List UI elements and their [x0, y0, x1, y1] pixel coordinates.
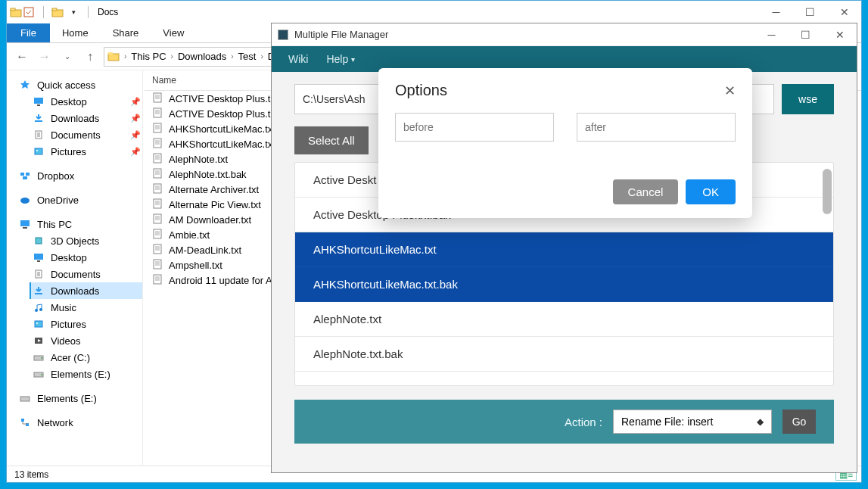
- nav-recent-dropdown[interactable]: ⌄: [58, 48, 76, 66]
- ribbon-share-tab[interactable]: Share: [101, 23, 151, 42]
- svg-point-28: [36, 322, 38, 324]
- nav-label: Desktop: [51, 96, 87, 107]
- svg-point-32: [41, 357, 42, 359]
- select-all-button[interactable]: Select All: [294, 126, 369, 154]
- svg-rect-50: [154, 275, 161, 284]
- svg-rect-14: [20, 173, 24, 176]
- chevron-right-icon[interactable]: ›: [123, 52, 128, 61]
- ribbon-file-tab[interactable]: File: [7, 23, 50, 42]
- documents-icon: [33, 268, 45, 280]
- action-select[interactable]: Rename File: insert ◆: [613, 410, 772, 434]
- text-file-icon: [152, 259, 164, 271]
- 3d-icon: [33, 235, 45, 247]
- desktop-icon: [33, 95, 45, 107]
- qat-dropdown-icon[interactable]: ▾: [67, 5, 80, 19]
- app-list-row[interactable]: AHKShortcutLikeMac.txt: [295, 232, 833, 267]
- nav-up-button[interactable]: ↑: [81, 48, 99, 66]
- nav-network[interactable]: Network: [17, 414, 142, 431]
- nav-quick-access[interactable]: Quick access: [17, 76, 142, 93]
- app-close-button[interactable]: ✕: [823, 23, 857, 46]
- nav-label: Downloads: [51, 285, 99, 297]
- menu-wiki[interactable]: Wiki: [288, 53, 308, 65]
- separator: [43, 6, 44, 18]
- qat-properties-icon[interactable]: [22, 5, 36, 19]
- nav-pc-item[interactable]: Downloads: [30, 282, 142, 299]
- app-maximize-button[interactable]: ☐: [789, 23, 823, 46]
- folder-icon: [10, 6, 22, 18]
- app-minimize-button[interactable]: ─: [754, 23, 789, 46]
- browse-button[interactable]: wse: [782, 84, 834, 114]
- scrollbar-thumb[interactable]: [823, 169, 832, 214]
- file-name: ACTIVE Desktop Plus.txt: [169, 93, 278, 104]
- ribbon-view-tab[interactable]: View: [151, 23, 196, 42]
- svg-rect-41: [154, 139, 161, 148]
- close-button[interactable]: ✕: [827, 1, 861, 23]
- explorer-titlebar[interactable]: ▾ Docs ─ ☐ ✕: [7, 1, 861, 23]
- menu-help[interactable]: Help ▾: [326, 53, 355, 65]
- nav-pc-item[interactable]: Pictures: [31, 316, 142, 332]
- cancel-button[interactable]: Cancel: [613, 179, 679, 204]
- nav-pc-item[interactable]: Documents: [31, 266, 142, 282]
- minimize-button[interactable]: ─: [759, 1, 793, 23]
- svg-rect-20: [36, 238, 42, 244]
- app-title: Multiple File Manager: [294, 29, 388, 40]
- breadcrumb-item[interactable]: Test: [235, 51, 260, 62]
- chevron-right-icon[interactable]: ›: [229, 52, 235, 61]
- nav-onedrive[interactable]: OneDrive: [17, 192, 142, 208]
- pc-icon: [19, 218, 31, 230]
- svg-marker-7: [20, 80, 30, 89]
- column-name-header[interactable]: Name: [152, 75, 176, 86]
- svg-point-17: [20, 198, 30, 204]
- file-name: Alternate Pic View.txt: [169, 199, 261, 210]
- file-name: Android 11 update for ASU: [169, 275, 286, 286]
- nav-quick-item[interactable]: Downloads📌: [31, 110, 142, 126]
- app-list-row[interactable]: AlephNote.txt: [295, 302, 833, 337]
- file-name: Alternate Archiver.txt: [169, 184, 259, 195]
- nav-this-pc[interactable]: This PC: [17, 216, 142, 232]
- svg-rect-47: [154, 229, 161, 238]
- nav-label: Pictures: [51, 146, 86, 157]
- nav-pc-item[interactable]: 3D Objects: [31, 232, 142, 249]
- nav-quick-item[interactable]: Desktop📌: [31, 93, 142, 110]
- nav-back-button[interactable]: ←: [13, 48, 31, 66]
- desktop-icon: [33, 251, 45, 263]
- app-list-row[interactable]: AHKShortcutLikeMac.txt.bak: [295, 267, 833, 302]
- text-file-icon: [152, 153, 164, 165]
- svg-rect-39: [154, 108, 161, 117]
- breadcrumb-item[interactable]: Downloads: [175, 51, 229, 62]
- navigation-pane[interactable]: Quick access Desktop📌Downloads📌Documents…: [7, 70, 143, 466]
- nav-forward-button[interactable]: →: [36, 48, 54, 66]
- nav-pc-item[interactable]: Desktop: [31, 249, 142, 266]
- nav-pc-item[interactable]: Music: [31, 299, 142, 316]
- svg-rect-9: [37, 104, 40, 106]
- nav-pc-item[interactable]: Videos: [31, 332, 142, 349]
- text-file-icon: [152, 183, 164, 195]
- nav-pc-item[interactable]: Elements (E:): [31, 366, 142, 382]
- before-input[interactable]: [395, 113, 554, 142]
- nav-dropbox[interactable]: Dropbox: [17, 167, 142, 184]
- app-titlebar[interactable]: Multiple File Manager ─ ☐ ✕: [272, 23, 857, 46]
- go-button[interactable]: Go: [782, 410, 816, 434]
- chevron-right-icon[interactable]: ›: [259, 52, 264, 61]
- nav-pc-item[interactable]: Acer (C:): [31, 349, 142, 366]
- breadcrumb-item[interactable]: This PC: [128, 51, 169, 62]
- dropbox-icon: [19, 170, 31, 182]
- network-icon: [19, 416, 31, 428]
- nav-label: Pictures: [51, 319, 86, 330]
- text-file-icon: [152, 198, 164, 210]
- ribbon-home-tab[interactable]: Home: [50, 23, 101, 42]
- after-input[interactable]: [577, 113, 736, 142]
- dialog-close-button[interactable]: ✕: [724, 83, 736, 99]
- documents-icon: [33, 129, 45, 141]
- nav-label: OneDrive: [37, 195, 79, 206]
- options-dialog: Options ✕ Cancel OK: [378, 68, 752, 218]
- nav-quick-item[interactable]: Documents📌: [31, 126, 142, 143]
- drive-icon: [33, 351, 45, 363]
- nav-label: Downloads: [51, 113, 99, 124]
- ok-button[interactable]: OK: [686, 179, 736, 204]
- nav-quick-item[interactable]: Pictures📌: [31, 143, 142, 160]
- app-list-row[interactable]: AlephNote.txt.bak: [295, 337, 833, 372]
- maximize-button[interactable]: ☐: [793, 1, 827, 23]
- nav-elements[interactable]: Elements (E:): [17, 390, 142, 406]
- chevron-right-icon[interactable]: ›: [170, 52, 175, 61]
